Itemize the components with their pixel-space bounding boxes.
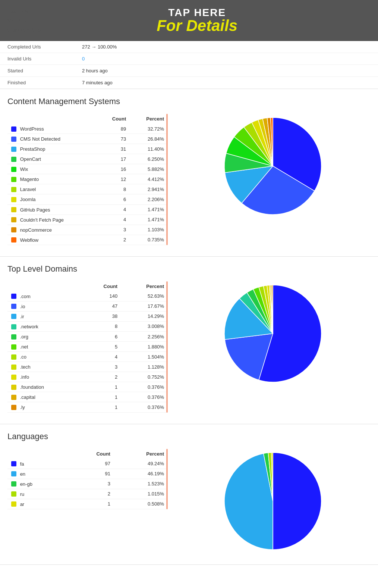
table-row: Couldn't Fetch Page 4 1.471% [7, 215, 168, 225]
lang-content: Count Percent fa 97 49.24% en 91 46.19% [7, 449, 371, 553]
color-indicator [11, 197, 16, 202]
percent-cell: 46.19% [114, 469, 168, 479]
cms-table-wrap: Count Percent WordPress 89 32.72% CMS No… [7, 114, 168, 245]
tap-line: TAP HERE [157, 7, 237, 18]
table-row: PrestaShop 31 11.40% [7, 144, 168, 154]
table-row: .capital 1 0.376% [7, 392, 168, 402]
item-cell: Wix [7, 164, 98, 174]
item-cell: .capital [7, 392, 82, 402]
item-cell: en-gb [7, 479, 69, 489]
item-cell: .ly [7, 402, 82, 412]
item-label: .info [20, 374, 29, 380]
table-row: Joomla 6 2.206% [7, 194, 168, 204]
percent-cell: 0.735% [130, 235, 168, 245]
item-label: en [20, 471, 25, 477]
percent-cell: 1.471% [130, 215, 168, 225]
count-cell: 38 [82, 311, 121, 321]
count-cell: 6 [82, 332, 121, 342]
color-indicator [11, 461, 16, 466]
table-row: Webflow 2 0.735% [7, 235, 168, 245]
percent-cell: 0.752% [121, 372, 168, 382]
lang-section: Languages Count Percent fa 97 49.24% [0, 424, 378, 565]
item-cell: Couldn't Fetch Page [7, 215, 98, 225]
percent-cell: 5.882% [130, 164, 168, 174]
percent-cell: 2.206% [130, 194, 168, 204]
table-row: Magento 12 4.412% [7, 174, 168, 184]
color-indicator [11, 405, 16, 410]
color-indicator [11, 375, 16, 380]
item-cell: ru [7, 489, 69, 499]
count-cell: 4 [98, 215, 130, 225]
item-label: ru [20, 491, 25, 497]
count-cell: 5 [82, 342, 121, 352]
percent-cell: 1.015% [114, 489, 168, 499]
color-indicator [11, 237, 16, 243]
item-cell: .co [7, 352, 82, 362]
count-cell: 3 [98, 225, 130, 235]
count-cell: 2 [82, 372, 121, 382]
cms-title: Content Management Systems [7, 97, 371, 106]
table-row: .co 4 1.504% [7, 352, 168, 362]
percent-cell: 2.256% [121, 332, 168, 342]
lang-col-label [7, 449, 69, 459]
color-indicator [11, 385, 16, 390]
table-row: .net 5 1.880% [7, 342, 168, 352]
table-row: .ir 38 14.29% [7, 311, 168, 321]
tld-title: Top Level Domains [7, 264, 371, 274]
color-indicator [11, 491, 16, 497]
lang-table: Count Percent fa 97 49.24% en 91 46.19% [7, 449, 168, 509]
header: Total Urls Valid Urls Completed Urls TAP… [0, 0, 378, 41]
table-row: en 91 46.19% [7, 469, 168, 479]
table-row: Laravel 8 2.941% [7, 184, 168, 194]
item-cell: .info [7, 372, 82, 382]
invalid-value: 0 [82, 56, 85, 62]
tld-table-wrap: Count Percent .com 140 52.63% .io 47 17.… [7, 281, 168, 413]
percent-cell: 17.67% [121, 301, 168, 311]
tap-here-banner[interactable]: TAP HERE For Details [157, 7, 237, 34]
item-label: .org [20, 334, 28, 340]
count-cell: 1 [82, 402, 121, 412]
item-label: .foundation [20, 384, 44, 390]
count-cell: 3 [82, 362, 121, 372]
item-label: OpenCart [20, 156, 41, 162]
percent-cell: 1.880% [121, 342, 168, 352]
total-urls-row: Total Urls [7, 7, 41, 15]
cms-section: Content Management Systems Count Percent… [0, 89, 378, 257]
table-row: .com 140 52.63% [7, 291, 168, 301]
color-indicator [11, 471, 16, 476]
count-cell: 89 [98, 124, 130, 134]
table-row: ru 2 1.015% [7, 489, 168, 499]
count-cell: 4 [82, 352, 121, 362]
item-label: ar [20, 501, 25, 507]
item-cell: Webflow [7, 235, 98, 245]
item-cell: nopCommerce [7, 225, 98, 235]
color-indicator [11, 227, 16, 232]
lang-chart-wrap [175, 449, 371, 553]
pie-slice [224, 453, 273, 550]
color-indicator [11, 126, 16, 132]
table-row: WordPress 89 32.72% [7, 124, 168, 134]
color-indicator [11, 294, 16, 299]
count-cell: 97 [69, 459, 114, 469]
percent-cell: 32.72% [130, 124, 168, 134]
lang-col-percent: Percent [114, 449, 168, 459]
percent-cell: 6.250% [130, 154, 168, 164]
count-cell: 1 [82, 382, 121, 392]
item-cell: GitHub Pages [7, 204, 98, 215]
item-cell: .tech [7, 362, 82, 372]
item-cell: OpenCart [7, 154, 98, 164]
color-indicator [11, 167, 16, 172]
lang-title: Languages [7, 432, 371, 441]
finished-value: 7 minutes ago [82, 80, 113, 85]
table-row: .info 2 0.752% [7, 372, 168, 382]
percent-cell: 0.376% [121, 382, 168, 392]
percent-cell: 1.128% [121, 362, 168, 372]
count-cell: 140 [82, 291, 121, 301]
invalid-label: Invalid Urls [7, 56, 82, 62]
percent-cell: 2.941% [130, 184, 168, 194]
table-row: .ly 1 0.376% [7, 402, 168, 412]
tld-col-label [7, 281, 82, 291]
tld-content: Count Percent .com 140 52.63% .io 47 17.… [7, 281, 371, 413]
color-indicator [11, 187, 16, 192]
tld-table: Count Percent .com 140 52.63% .io 47 17.… [7, 281, 168, 413]
